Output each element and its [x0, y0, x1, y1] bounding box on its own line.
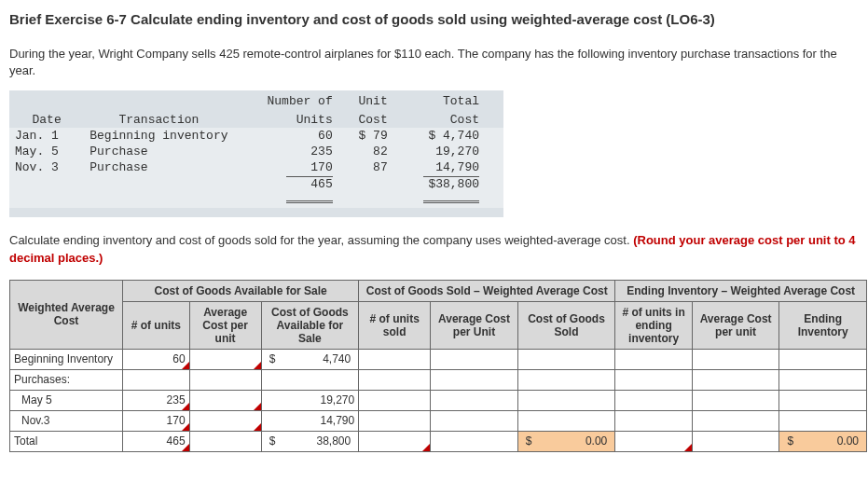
computed-cell: $0.00 — [779, 431, 867, 451]
group-cogas: Cost of Goods Available for Sale — [123, 280, 359, 301]
intro-text: During the year, Wright Company sells 42… — [9, 46, 859, 79]
input-cell[interactable] — [189, 390, 261, 410]
side-header: Weighted Average Cost — [10, 280, 123, 349]
input-cell[interactable]: 465 — [123, 431, 190, 451]
input-cell[interactable] — [359, 431, 431, 451]
instructions: Calculate ending inventory and cost of g… — [9, 232, 859, 266]
input-cell[interactable]: $38,800 — [261, 431, 359, 451]
table-row: Beginning Inventory 60 $4,740 — [10, 349, 867, 369]
computed-cell: $0.00 — [517, 431, 615, 451]
input-cell[interactable]: 235 — [123, 390, 190, 410]
input-cell[interactable]: 170 — [123, 410, 190, 431]
tx-total-cost: $38,800 — [423, 176, 479, 191]
input-cell[interactable]: 19,270 — [261, 390, 359, 410]
page-title: Brief Exercise 6-7 Calculate ending inve… — [9, 9, 859, 29]
table-row: Purchases: — [10, 369, 867, 390]
col-totalcost: Total — [393, 90, 485, 109]
col-txn: Transaction — [84, 109, 233, 128]
transactions-table: Number of Unit Total Date Transaction Un… — [9, 90, 503, 217]
table-row: Nov.3 170 14,790 — [10, 410, 867, 431]
input-cell[interactable]: $4,740 — [261, 349, 359, 369]
table-row-total: Total 465 $38,800 $0.00 $0.00 — [10, 431, 867, 451]
tx-total-units: 465 — [286, 176, 333, 191]
input-cell[interactable] — [615, 431, 693, 451]
group-ei: Ending Inventory – Weighted Average Cost — [615, 280, 867, 301]
input-cell[interactable] — [189, 410, 261, 431]
group-cogs: Cost of Goods Sold – Weighted Average Co… — [359, 280, 615, 301]
input-cell[interactable]: 14,790 — [261, 410, 359, 431]
answer-table: Weighted Average Cost Cost of Goods Avai… — [9, 280, 867, 452]
col-units: Number of — [234, 90, 338, 109]
col-unitcost: Unit — [338, 90, 393, 109]
col-date: Date — [9, 109, 84, 128]
table-row: May 5 235 19,270 — [10, 390, 867, 410]
tx-row-date: Jan. 1 — [9, 128, 84, 144]
input-cell[interactable] — [189, 349, 261, 369]
input-cell[interactable]: 60 — [123, 349, 190, 369]
